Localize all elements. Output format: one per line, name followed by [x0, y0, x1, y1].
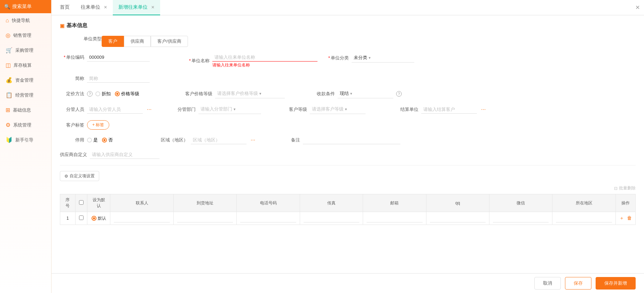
- region-field: 区域（地区） ···: [161, 136, 265, 144]
- unit-name-error: 请输入往来单位名称: [212, 62, 317, 68]
- unit-type-supplier-btn[interactable]: 供应商: [124, 36, 151, 47]
- pricing-radio-level[interactable]: 价格等级: [115, 91, 139, 97]
- sidebar-item-quick-nav[interactable]: ⌂ 快捷导航: [0, 13, 51, 28]
- row-add-btn[interactable]: ＋: [619, 215, 624, 221]
- row-contact-input[interactable]: [114, 214, 170, 222]
- unit-type-group: 客户 供应商 客户/供应商: [102, 36, 188, 47]
- tag-row: 客户标签 + 标签: [60, 120, 636, 130]
- unit-type-customer-btn[interactable]: 客户: [102, 36, 124, 47]
- row-default: 默认: [87, 212, 110, 225]
- tab-counterpart-close[interactable]: ✕: [104, 5, 107, 10]
- search-menu-btn[interactable]: 🔍 搜索菜单: [0, 0, 51, 13]
- row-qq-input[interactable]: [430, 214, 486, 222]
- sidebar-item-basic-info[interactable]: ⊞ 基础信息: [0, 103, 51, 117]
- col-address: 到货地址: [173, 194, 236, 212]
- row-check[interactable]: [75, 212, 87, 225]
- tab-counterpart[interactable]: 往来单位 ✕: [75, 0, 113, 15]
- row-default-circle: [92, 216, 96, 221]
- settlement-input[interactable]: [421, 105, 477, 114]
- close-all-tabs-btn[interactable]: ✕: [635, 4, 640, 11]
- tab-new-counterpart[interactable]: 新增往来单位 ✕: [113, 0, 160, 15]
- region-more-btn[interactable]: ···: [249, 137, 257, 143]
- select-all-checkbox[interactable]: [79, 200, 84, 205]
- sidebar-item-sales[interactable]: ◎ 销售管理: [0, 28, 51, 43]
- customer-price-label: 客户价格等级: [185, 91, 212, 97]
- row-phone[interactable]: [237, 212, 300, 225]
- sidebar-item-system[interactable]: ⚙ 系统管理: [0, 117, 51, 132]
- row-fax-input[interactable]: [304, 214, 359, 222]
- unit-type-both-btn[interactable]: 客户/供应商: [151, 36, 188, 47]
- pricing-discount-circle: [95, 91, 100, 96]
- col-actions: 操作: [615, 194, 635, 212]
- remark-field: 备注: [276, 136, 415, 144]
- batch-delete-area[interactable]: ⊡ 批量删除: [60, 185, 636, 191]
- inventory-icon: ◫: [6, 62, 11, 68]
- row-region-input[interactable]: [556, 214, 612, 222]
- pricing-radio-discount[interactable]: 折扣: [95, 91, 111, 97]
- customer-level-select[interactable]: 请选择客户等级 ▾: [310, 105, 366, 114]
- unit-name-wrapper: 请输入往来单位名称: [212, 53, 317, 68]
- bottom-bar: 取消 保存 保存并新增: [52, 273, 644, 293]
- region-input[interactable]: [191, 136, 246, 144]
- add-tag-btn[interactable]: + 标签: [87, 120, 109, 130]
- manager-more-btn[interactable]: ···: [146, 106, 153, 113]
- disabled-yes-radio[interactable]: 是: [87, 137, 98, 143]
- save-and-add-button[interactable]: 保存并新增: [596, 277, 636, 290]
- tag-label: 客户标签: [60, 122, 84, 128]
- sidebar-item-purchase[interactable]: 🛒 采购管理: [0, 43, 51, 58]
- row-wechat[interactable]: [489, 212, 552, 225]
- row-address[interactable]: [173, 212, 236, 225]
- row-action-cell: ＋ 🗑: [615, 212, 635, 225]
- pricing-field: 定价方法 ? 折扣 价格等级: [60, 91, 178, 97]
- row-phone-input[interactable]: [240, 214, 296, 222]
- abbr-input[interactable]: [87, 74, 150, 83]
- row-delete-btn[interactable]: 🗑: [627, 215, 632, 221]
- custom-settings-btn[interactable]: ⚙ 自定义项设置: [60, 171, 99, 181]
- row-region[interactable]: [552, 212, 615, 225]
- sidebar-item-operations[interactable]: 📋 经营管理: [0, 88, 51, 103]
- contact-table: 序号 设为默认 联系人 到货地址 电话号码 传真 邮箱 qq 微信 所在地区 操…: [60, 194, 636, 225]
- pricing-level-circle: [115, 91, 120, 96]
- row-email[interactable]: [363, 212, 426, 225]
- row-address-input[interactable]: [177, 214, 233, 222]
- unit-code-input[interactable]: [87, 53, 150, 62]
- remark-label: 备注: [276, 137, 300, 143]
- payment-select[interactable]: 现结 ▾: [338, 89, 393, 98]
- row-contact[interactable]: [110, 212, 173, 225]
- sidebar-item-inventory[interactable]: ◫ 库存核算: [0, 58, 51, 73]
- row-qq[interactable]: [426, 212, 489, 225]
- main-area: 首页 往来单位 ✕ 新增往来单位 ✕ ✕ ▣ 基本信息 单位类型 客户 供应商 …: [52, 0, 644, 293]
- pricing-help-icon[interactable]: ?: [87, 91, 93, 97]
- customer-price-field: 客户价格等级 请选择客户价格等级 ▾: [185, 89, 304, 98]
- unit-code-label: 单位编码: [60, 54, 84, 60]
- settlement-more-btn[interactable]: ···: [480, 106, 487, 113]
- unit-type-label: 单位类型: [81, 36, 102, 42]
- customer-price-select[interactable]: 请选择客户价格等级 ▾: [215, 89, 285, 98]
- customer-level-field: 客户等级 请选择客户等级 ▾: [283, 105, 387, 114]
- payment-label: 收款条件: [311, 91, 335, 97]
- save-button[interactable]: 保存: [565, 277, 591, 290]
- dept-select[interactable]: 请输入分管部门 ▾: [198, 105, 261, 114]
- sidebar-item-guide[interactable]: 🔰 新手引导: [0, 132, 51, 147]
- row-wechat-input[interactable]: [493, 214, 549, 222]
- purchase-icon: 🛒: [6, 47, 13, 54]
- unit-category-select[interactable]: 未分类 ▾: [352, 53, 414, 63]
- disabled-no-radio[interactable]: 否: [102, 137, 113, 143]
- disabled-radio-group: 是 否: [87, 137, 113, 143]
- manager-field: 分管人员 ···: [60, 105, 164, 114]
- payment-help-icon[interactable]: ?: [396, 91, 402, 97]
- tab-new-counterpart-close[interactable]: ✕: [151, 5, 155, 10]
- row-email-input[interactable]: [367, 214, 422, 222]
- col-phone: 电话号码: [237, 194, 300, 212]
- supplier-custom-input[interactable]: [90, 150, 159, 159]
- manager-input[interactable]: [87, 105, 143, 114]
- row-fax[interactable]: [300, 212, 363, 225]
- sidebar-item-finance[interactable]: 💰 资金管理: [0, 73, 51, 88]
- row-default-radio[interactable]: 默认: [91, 215, 107, 221]
- row-checkbox[interactable]: [79, 215, 84, 220]
- tab-home[interactable]: 首页: [54, 0, 75, 15]
- col-default: 设为默认: [87, 194, 110, 212]
- cancel-button[interactable]: 取消: [534, 277, 561, 290]
- unit-name-input[interactable]: [212, 53, 317, 62]
- remark-input[interactable]: [303, 136, 400, 144]
